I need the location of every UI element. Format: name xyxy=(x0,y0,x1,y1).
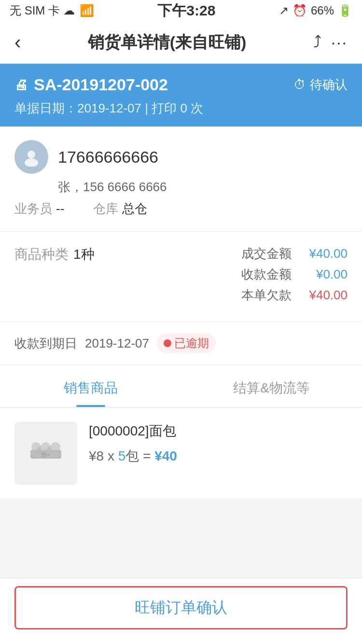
salesperson-label: 业务员 xyxy=(14,200,52,217)
overdue-text: 已逾期 xyxy=(174,336,209,351)
nav-right-actions: ⤴ ··· xyxy=(313,33,348,52)
status-right: ↗ ⏰ 66% 🔋 xyxy=(279,4,352,17)
customer-section: 17666666666 张，156 6666 6666 业务员 -- 仓库 总仓 xyxy=(0,126,362,231)
deal-amount-label: 成交金额 xyxy=(241,245,292,262)
price-equals: = xyxy=(139,448,154,463)
owed-amount-label: 本单欠款 xyxy=(241,287,292,304)
status-time: 下午3:28 xyxy=(157,1,215,21)
order-id: 🖨 SA-20191207-002 xyxy=(14,75,168,94)
product-price: ¥8 x 5包 = ¥40 xyxy=(89,447,348,465)
order-date: 单据日期：2019-12-07 | 打印 0 次 xyxy=(14,100,348,117)
wifi-icon: 📶 xyxy=(80,4,94,17)
tab-section: 销售商品 结算&物流等 xyxy=(0,365,362,407)
product-types-value: 1种 xyxy=(73,245,95,264)
share-icon[interactable]: ⤴ xyxy=(313,33,321,52)
customer-name: 张，156 6666 6666 xyxy=(14,179,348,196)
no-sim-text: 无 SIM 卡 ☁ xyxy=(10,3,75,18)
product-section: 野+ [0000002]面包 ¥8 x 5包 = ¥40 xyxy=(0,408,362,498)
received-amount-value: ¥0.00 xyxy=(299,267,348,282)
battery-icon: 🔋 xyxy=(338,4,352,17)
owed-amount-value: ¥40.00 xyxy=(299,288,348,303)
received-amount-label: 收款金额 xyxy=(241,266,292,283)
summary-section: 商品种类 1种 成交金额 ¥40.00 收款金额 ¥0.00 本单欠款 ¥40.… xyxy=(0,232,362,321)
product-info: [0000002]面包 ¥8 x 5包 = ¥40 xyxy=(89,422,348,465)
customer-phone: 17666666666 xyxy=(58,148,158,167)
product-name: [0000002]面包 xyxy=(89,422,348,440)
tab-settlement[interactable]: 结算&物流等 xyxy=(181,365,362,407)
svg-text:野+: 野+ xyxy=(42,452,50,458)
order-status: ⏱ 待确认 xyxy=(293,76,348,93)
svg-point-0 xyxy=(28,151,35,158)
confirm-order-button[interactable]: 旺铺订单确认 xyxy=(14,586,348,630)
product-unit: 包 xyxy=(125,448,139,463)
svg-point-1 xyxy=(25,158,38,167)
price-base: ¥8 x xyxy=(89,448,118,463)
order-type-icon: 🖨 xyxy=(14,77,28,93)
tab-bar: 销售商品 结算&物流等 xyxy=(0,365,362,407)
alarm-icon: ⏰ xyxy=(292,4,307,17)
overdue-dot-icon xyxy=(164,339,171,347)
product-types-label: 商品种类 xyxy=(14,245,69,264)
overdue-badge: 已逾期 xyxy=(157,334,216,353)
summary-right: 成交金额 ¥40.00 收款金额 ¥0.00 本单欠款 ¥40.00 xyxy=(241,245,348,308)
more-icon[interactable]: ··· xyxy=(331,33,348,52)
status-bar: 无 SIM 卡 ☁ 📶 下午3:28 ↗ ⏰ 66% 🔋 xyxy=(0,0,362,21)
due-date-label: 收款到期日 xyxy=(14,335,77,352)
product-placeholder-icon: 野+ xyxy=(27,436,65,471)
due-section: 收款到期日 2019-12-07 已逾期 xyxy=(0,322,362,364)
due-date-value: 2019-12-07 xyxy=(85,336,149,351)
order-header: 🖨 SA-20191207-002 ⏱ 待确认 单据日期：2019-12-07 … xyxy=(0,64,362,126)
location-icon: ↗ xyxy=(279,4,289,17)
status-left: 无 SIM 卡 ☁ 📶 xyxy=(10,3,94,18)
bottom-bar: 旺铺订单确认 xyxy=(0,578,362,644)
warehouse-label: 仓库 xyxy=(93,200,118,217)
clock-icon: ⏱ xyxy=(293,77,306,92)
tab-sales-product[interactable]: 销售商品 xyxy=(0,365,181,407)
back-button[interactable]: ‹ xyxy=(14,31,21,53)
summary-left: 商品种类 1种 xyxy=(14,245,95,266)
product-image: 野+ xyxy=(14,422,77,485)
nav-bar: ‹ 销货单详情(来自旺铺) ⤴ ··· xyxy=(0,21,362,64)
product-qty: 5 xyxy=(118,448,126,463)
page-title: 销货单详情(来自旺铺) xyxy=(88,31,247,54)
warehouse-value: 总仓 xyxy=(122,200,147,217)
product-total: ¥40 xyxy=(154,448,177,463)
deal-amount-value: ¥40.00 xyxy=(299,246,348,261)
customer-meta: 业务员 -- 仓库 总仓 xyxy=(14,200,348,217)
avatar xyxy=(14,140,48,174)
salesperson-value: -- xyxy=(56,201,64,216)
battery-text: 66% xyxy=(311,4,334,17)
